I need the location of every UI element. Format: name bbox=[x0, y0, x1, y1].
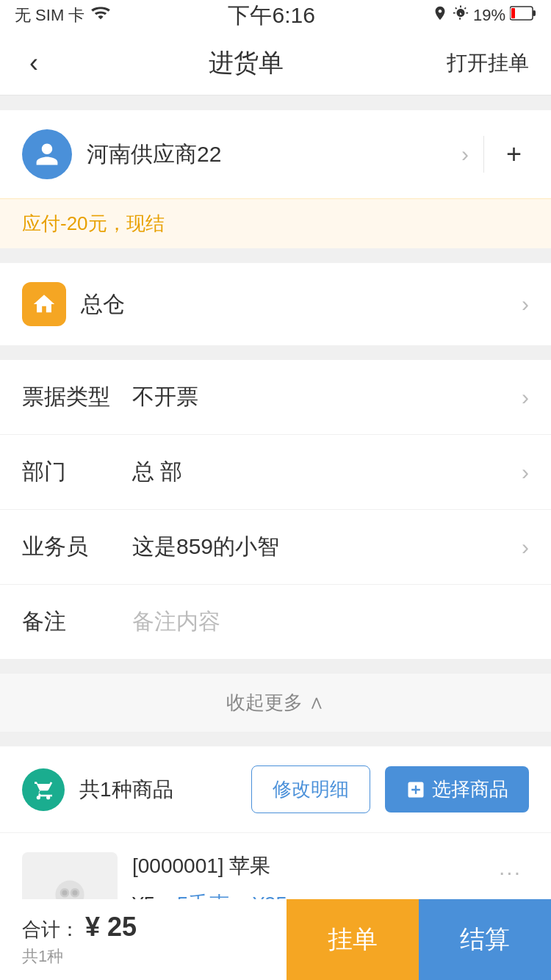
warehouse-chevron-icon: › bbox=[522, 292, 529, 317]
status-time: 下午6:16 bbox=[228, 1, 314, 31]
supplier-name: 河南供应商22 bbox=[87, 140, 461, 170]
supplier-divider bbox=[483, 136, 484, 173]
warehouse-row[interactable]: 总仓 › bbox=[0, 263, 551, 345]
open-pending-button[interactable]: 打开挂单 bbox=[447, 49, 529, 77]
back-button[interactable]: ‹ bbox=[22, 40, 46, 86]
total-row: 合计： ¥ 25 bbox=[22, 912, 264, 943]
supplier-avatar bbox=[22, 129, 72, 179]
dept-row[interactable]: 部门 总 部 › bbox=[0, 435, 551, 510]
total-amount: ¥ 25 bbox=[85, 912, 137, 943]
product-code: [0000001] bbox=[132, 854, 229, 877]
alarm-icon bbox=[453, 5, 469, 26]
salesperson-value: 这是859的小智 bbox=[118, 532, 522, 562]
total-sub: 共1种 bbox=[22, 945, 264, 968]
warehouse-section: 总仓 › bbox=[0, 263, 551, 345]
svg-point-6 bbox=[62, 890, 68, 896]
product-count: 共1种商品 bbox=[79, 776, 251, 804]
product-title: 苹果 bbox=[229, 854, 270, 877]
remark-label: 备注 bbox=[22, 607, 118, 637]
dept-value: 总 部 bbox=[118, 457, 522, 487]
svg-point-7 bbox=[73, 890, 78, 896]
dept-label: 部门 bbox=[22, 457, 118, 487]
location-icon bbox=[432, 5, 448, 26]
nav-bar: ‹ 进货单 打开挂单 bbox=[0, 31, 551, 96]
wifi-icon bbox=[90, 5, 111, 26]
product-section-icon bbox=[22, 768, 65, 811]
svg-rect-1 bbox=[533, 10, 536, 16]
salesperson-label: 业务员 bbox=[22, 532, 118, 562]
supplier-section: 河南供应商22 › + 应付-20元，现结 bbox=[0, 110, 551, 248]
checkout-button[interactable]: 结算 bbox=[419, 899, 551, 980]
select-product-label: 选择商品 bbox=[432, 777, 508, 802]
status-bar: 无 SIM 卡 下午6:16 19% bbox=[0, 0, 551, 31]
add-supplier-button[interactable]: + bbox=[499, 131, 529, 177]
remark-placeholder: 备注内容 bbox=[118, 607, 529, 637]
warehouse-name: 总仓 bbox=[81, 289, 522, 320]
collapse-label: 收起更多 ∧ bbox=[226, 691, 324, 713]
sim-label: 无 SIM 卡 bbox=[15, 4, 84, 26]
status-right: 19% bbox=[432, 5, 536, 26]
salesperson-row[interactable]: 业务员 这是859的小智 › bbox=[0, 510, 551, 585]
svg-rect-2 bbox=[511, 8, 515, 18]
bottom-bar: 合计： ¥ 25 共1种 挂单 结算 bbox=[0, 899, 551, 980]
supplier-notice: 应付-20元，现结 bbox=[0, 198, 551, 248]
collapse-bar[interactable]: 收起更多 ∧ bbox=[0, 674, 551, 732]
page-title: 进货单 bbox=[209, 46, 284, 80]
select-product-button[interactable]: 选择商品 bbox=[385, 766, 529, 813]
supplier-row[interactable]: 河南供应商22 › + bbox=[0, 110, 551, 198]
supplier-chevron-icon: › bbox=[461, 142, 469, 167]
status-left: 无 SIM 卡 bbox=[15, 4, 111, 26]
bottom-total: 合计： ¥ 25 共1种 bbox=[0, 912, 287, 968]
form-section: 票据类型 不开票 › 部门 总 部 › 业务员 这是859的小智 › 备注 备注… bbox=[0, 360, 551, 659]
hang-button[interactable]: 挂单 bbox=[287, 899, 419, 980]
invoice-type-value: 不开票 bbox=[118, 382, 522, 412]
warehouse-icon bbox=[22, 282, 66, 326]
invoice-type-chevron-icon: › bbox=[522, 385, 529, 410]
product-name: [0000001] 苹果 bbox=[132, 852, 491, 880]
product-more-button[interactable]: ··· bbox=[491, 852, 529, 892]
battery-label: 19% bbox=[473, 6, 505, 25]
salesperson-chevron-icon: › bbox=[522, 535, 529, 560]
edit-detail-button[interactable]: 修改明细 bbox=[251, 765, 370, 813]
product-header: 共1种商品 修改明细 选择商品 bbox=[0, 746, 551, 833]
invoice-type-row[interactable]: 票据类型 不开票 › bbox=[0, 360, 551, 435]
remark-row[interactable]: 备注 备注内容 bbox=[0, 585, 551, 659]
dept-chevron-icon: › bbox=[522, 460, 529, 485]
invoice-type-label: 票据类型 bbox=[22, 382, 118, 412]
battery-icon bbox=[510, 6, 536, 25]
total-label: 合计： bbox=[22, 917, 79, 943]
